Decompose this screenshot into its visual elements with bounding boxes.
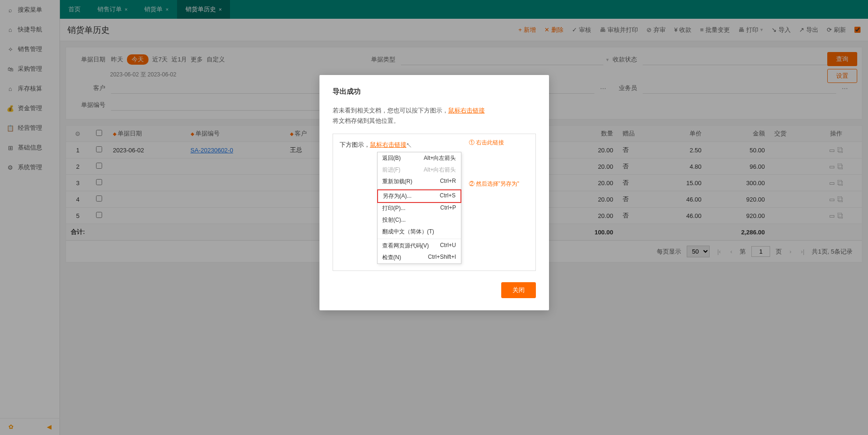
ctx-item: 重新加载(R)Ctrl+R	[378, 176, 461, 188]
ctx-item: 翻成中文（简体）(T)	[378, 226, 461, 238]
ctx-item: 打印(P)...Ctrl+P	[378, 202, 461, 214]
ctx-item: 返回(B)Alt+向左箭头	[378, 152, 461, 164]
modal-title: 导出成功	[333, 87, 536, 96]
ctx-item: 查看网页源代码(V)Ctrl+U	[378, 240, 461, 252]
ctx-item: 另存为(A)...Ctrl+S	[377, 189, 461, 203]
ctx-item: 投射(C)...	[378, 214, 461, 226]
context-menu-demo: 返回(B)Alt+向左箭头前进(F)Alt+向右箭头重新加载(R)Ctrl+R另…	[377, 152, 461, 264]
modal-text: 若未看到相关文档，您也可以按下方图示，鼠标右击链接 将文档存储到其他位置。	[333, 105, 536, 126]
ctx-item: 检查(N)Ctrl+Shift+I	[378, 252, 461, 263]
export-success-modal: 导出成功 若未看到相关文档，您也可以按下方图示，鼠标右击链接 将文档存储到其他位…	[319, 75, 549, 310]
cursor-icon: ↖	[406, 142, 412, 149]
demo-box: 下方图示，鼠标右击链接 ↖ ① 右击此链接 返回(B)Alt+向左箭头前进(F)…	[333, 134, 536, 271]
right-click-link[interactable]: 鼠标右击链接	[448, 107, 485, 114]
modal-overlay: 导出成功 若未看到相关文档，您也可以按下方图示，鼠标右击链接 将文档存储到其他位…	[0, 0, 868, 435]
demo-link: 鼠标右击链接	[370, 141, 407, 148]
ctx-item: 前进(F)Alt+向右箭头	[378, 164, 461, 176]
annot-2: ② 然后选择"另存为"	[469, 180, 519, 188]
annot-1: ① 右击此链接	[469, 139, 504, 147]
close-button[interactable]: 关闭	[501, 282, 536, 298]
